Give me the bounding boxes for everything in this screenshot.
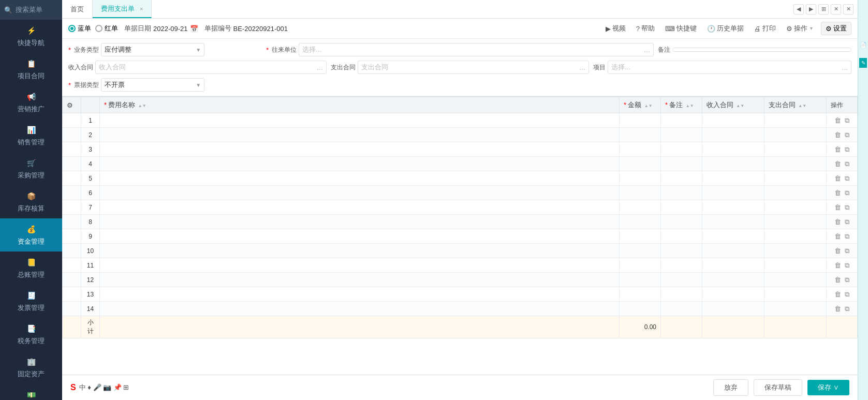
shortcut-btn[interactable]: ⌨ 快捷键	[662, 23, 700, 34]
row-copy-btn[interactable]: ⧉	[845, 232, 849, 240]
row-delete-btn[interactable]: 🗑	[834, 261, 841, 269]
right-panel-icon-1[interactable]: 📄	[860, 41, 866, 48]
tab-grid-btn[interactable]: ⊞	[818, 4, 829, 14]
help-btn[interactable]: ? 帮助	[633, 23, 658, 34]
sidebar-item-capital[interactable]: 💰资金管理	[0, 218, 62, 251]
row-copy-btn[interactable]: ⧉	[845, 160, 849, 168]
row-delete-btn[interactable]: 🗑	[834, 174, 841, 182]
row-copy-btn[interactable]: ⧉	[845, 145, 849, 153]
table-row: 10 🗑 ⧉	[63, 244, 858, 258]
row-copy-btn[interactable]: ⧉	[845, 131, 849, 139]
business-type-input[interactable]: 应付调整 ▼	[101, 43, 204, 56]
business-type-value: 应付调整	[105, 45, 131, 54]
window-close-btn[interactable]: ✕	[843, 4, 854, 14]
tab-close-icon[interactable]: ×	[140, 6, 143, 12]
sidebar-search[interactable]: 🔍 搜索菜单	[0, 0, 62, 20]
settings-gear[interactable]: ⚙	[67, 101, 73, 109]
row-copy-btn[interactable]: ⧉	[845, 290, 849, 298]
expense-contract-input[interactable]: 支出合同 ...	[358, 61, 589, 74]
tab-home[interactable]: 首页	[62, 0, 93, 18]
sidebar-item-payroll[interactable]: 💵工资	[0, 384, 62, 400]
row-copy-btn[interactable]: ⧉	[845, 276, 849, 284]
th-note-sort[interactable]: ▲▼	[686, 104, 694, 108]
sidebar-item-quick-nav[interactable]: ⚡快捷导航	[0, 20, 62, 53]
th-amount-sort[interactable]: ▲▼	[644, 104, 653, 108]
th-note[interactable]: * 备注 ▲▼	[661, 97, 702, 113]
sidebar-item-invoice[interactable]: 🧾发票管理	[0, 285, 62, 318]
row-copy-btn[interactable]: ⧉	[845, 305, 849, 313]
right-panel-icon-2[interactable]: ✎	[859, 58, 867, 68]
row-delete-btn[interactable]: 🗑	[834, 247, 841, 255]
sidebar-item-project-contract[interactable]: 📋项目合同	[0, 53, 62, 86]
sidebar-item-marketing[interactable]: 📢营销推广	[0, 86, 62, 119]
tab-prev-btn[interactable]: ◀	[793, 4, 804, 14]
row-delete-btn[interactable]: 🗑	[834, 145, 841, 153]
form-row-2: 收入合同 收入合同 ... 支出合同 支出合同 ... 项目	[68, 61, 851, 74]
partner-more[interactable]: ...	[644, 46, 650, 54]
table-row: 11 🗑 ⧉	[63, 258, 858, 273]
row-copy-btn[interactable]: ⧉	[845, 174, 849, 182]
business-type-label: 业务类型	[74, 46, 99, 54]
row-delete-btn[interactable]: 🗑	[834, 305, 841, 313]
blue-bill-radio[interactable]: 蓝单	[68, 24, 91, 33]
project-input[interactable]: 选择... ...	[608, 61, 851, 74]
discard-button[interactable]: 放弃	[713, 379, 748, 396]
row-copy-btn[interactable]: ⧉	[845, 189, 849, 197]
history-btn[interactable]: 🕐 历史单据	[704, 23, 747, 34]
remark-input[interactable]	[672, 48, 851, 52]
gear-icon: ⚙	[826, 25, 832, 33]
th-expense-sort[interactable]: ▲▼	[798, 104, 806, 108]
sidebar-item-accounting[interactable]: 📒总账管理	[0, 251, 62, 285]
row-delete-btn[interactable]: 🗑	[834, 232, 841, 240]
row-delete-btn[interactable]: 🗑	[834, 189, 841, 197]
sidebar-item-inventory[interactable]: 📦库存核算	[0, 185, 62, 218]
th-amount[interactable]: * 金额 ▲▼	[620, 97, 661, 113]
save-draft-button[interactable]: 保存草稿	[754, 379, 802, 396]
calendar-icon[interactable]: 📅	[190, 25, 198, 33]
row-delete-btn[interactable]: 🗑	[834, 160, 841, 168]
th-expense[interactable]: 支出合同 ▲▼	[764, 97, 827, 113]
row-copy-btn[interactable]: ⧉	[845, 247, 849, 255]
save-button[interactable]: 保存 ∨	[807, 380, 849, 395]
sidebar-item-tax[interactable]: 📑税务管理	[0, 318, 62, 351]
sidebar-item-fixed-assets[interactable]: 🏢固定资产	[0, 351, 62, 384]
invoice-type-input[interactable]: 不开票 ▼	[101, 78, 204, 92]
income-contract-input[interactable]: 收入合同 ...	[95, 61, 327, 74]
row-delete-btn[interactable]: 🗑	[834, 218, 841, 226]
th-income[interactable]: 收入合同 ▲▼	[702, 97, 764, 113]
row-copy-btn[interactable]: ⧉	[845, 116, 849, 124]
sidebar-item-sales[interactable]: 📊销售管理	[0, 119, 62, 152]
row-copy-btn[interactable]: ⧉	[845, 203, 849, 211]
print-btn[interactable]: 🖨 打印	[751, 23, 779, 34]
operation-btn[interactable]: ⚙ 操作 ▼	[783, 23, 817, 34]
tab-expense[interactable]: 费用支出单 ×	[93, 0, 152, 18]
row-delete-btn[interactable]: 🗑	[834, 290, 841, 298]
form-row-1: * 业务类型 应付调整 ▼ * 往来单位 选择... ... 备	[68, 43, 851, 56]
sidebar-item-purchase[interactable]: 🛒采购管理	[0, 152, 62, 185]
docnum-field: 单据编号 BE-20220921-001	[204, 24, 288, 33]
red-bill-radio[interactable]: 红单	[95, 24, 118, 33]
tab-close-all-btn[interactable]: ✕	[831, 4, 841, 14]
tab-next-btn[interactable]: ▶	[806, 4, 816, 14]
video-btn[interactable]: ▶ 视频	[602, 23, 629, 34]
row-delete-btn[interactable]: 🗑	[834, 203, 841, 211]
row-delete-btn[interactable]: 🗑	[834, 276, 841, 284]
income-contract-more[interactable]: ...	[317, 63, 323, 71]
partner-input[interactable]: 选择... ...	[299, 43, 653, 56]
th-settings[interactable]: ⚙	[63, 97, 81, 113]
th-name[interactable]: * 费用名称 ▲▼	[100, 97, 620, 113]
row-copy-btn[interactable]: ⧉	[845, 218, 849, 226]
project-more[interactable]: ...	[842, 63, 848, 71]
th-name-sort[interactable]: ▲▼	[138, 104, 146, 108]
partner-placeholder: 选择...	[302, 45, 321, 54]
th-income-sort[interactable]: ▲▼	[736, 104, 744, 108]
table-row: 9 🗑 ⧉	[63, 229, 858, 244]
row-delete-btn[interactable]: 🗑	[834, 116, 841, 124]
expense-contract-more[interactable]: ...	[579, 63, 585, 71]
operation-label: 操作	[794, 24, 807, 33]
red-bill-dot	[95, 25, 102, 32]
sidebar-icon-invoice: 🧾	[25, 290, 37, 301]
settings-btn[interactable]: ⚙ 设置	[821, 22, 851, 35]
row-copy-btn[interactable]: ⧉	[845, 261, 849, 269]
row-delete-btn[interactable]: 🗑	[834, 131, 841, 139]
